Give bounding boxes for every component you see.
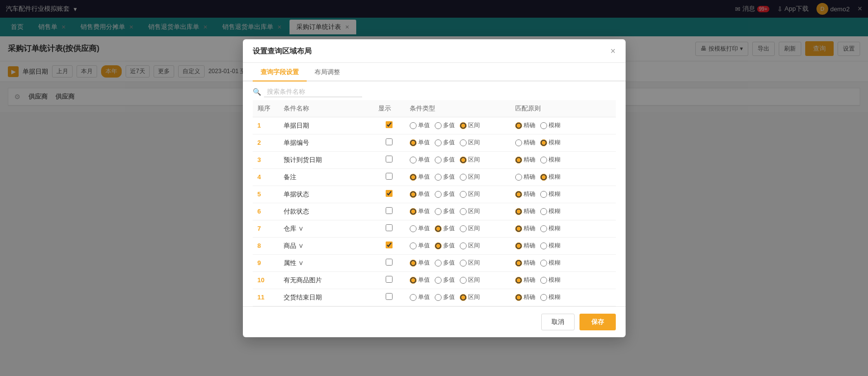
modal-tab-bar: 查询字段设置 布局调整 [243,63,626,81]
modal-header: 设置查询区域布局 × [243,39,626,63]
condition-search-input[interactable] [264,86,362,97]
th-order: 顺序 [253,100,279,112]
conditions-table: 顺序 条件名称 显示 条件类型 匹配原则 1单据日期单值多值区间精确模糊2单据编… [253,100,616,112]
search-icon: 🔍 [253,88,261,96]
modal-search-area: 🔍 [243,81,626,100]
table-header-row: 顺序 条件名称 显示 条件类型 匹配原则 [253,100,616,112]
th-match: 匹配原则 [510,100,616,112]
th-type: 条件类型 [405,100,510,112]
modal-title: 设置查询区域布局 [253,47,312,56]
modal-close-button[interactable]: × [610,46,616,56]
settings-modal: 设置查询区域布局 × 查询字段设置 布局调整 🔍 顺序 条件名称 [243,39,626,112]
conditions-table-wrap: 顺序 条件名称 显示 条件类型 匹配原则 1单据日期单值多值区间精确模糊2单据编… [243,100,626,112]
th-name: 条件名称 [279,100,373,112]
th-show: 显示 [373,100,405,112]
tab-query-fields[interactable]: 查询字段设置 [253,63,307,81]
tab-layout-adjust[interactable]: 布局调整 [307,63,348,81]
modal-overlay: 设置查询区域布局 × 查询字段设置 布局调整 🔍 顺序 条件名称 [0,0,868,112]
